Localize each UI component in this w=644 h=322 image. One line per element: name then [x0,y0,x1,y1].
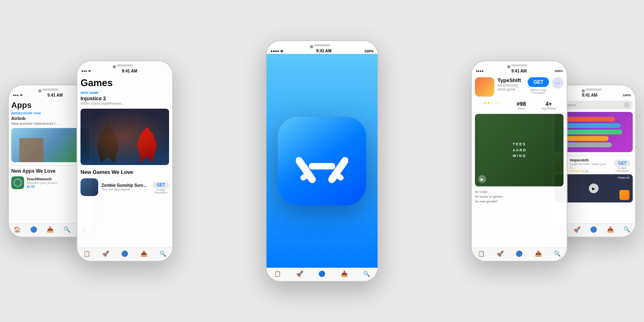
nav-search-c[interactable]: 🔍 [362,270,370,278]
phone-top-2 [77,61,172,68]
nav-games-5[interactable]: 🚀 [573,225,581,233]
camera-dot-4 [507,65,510,68]
phone-2: ●●● ≋ 9:41 AM Games NEW GAME Injustice 2… [76,60,173,262]
nav-today-4[interactable]: 📋 [477,250,485,258]
appstore-icon [278,117,366,205]
time-2: 9:41 AM [122,69,137,73]
game1-name: Zombie Gunship Surv… [101,183,149,188]
status-bar-4: ●●●● 9:41 AM 100% [472,68,567,74]
nav-icon-apps[interactable]: 🔵 [30,225,38,233]
time-5: 9:41 AM [582,93,597,97]
typeshift-header: TypeShift Mesmerizing word game GET Offe… [475,77,564,97]
icon-circle [14,179,22,187]
game-list-items: for crops for house or garden for new gr… [475,190,564,204]
signal-center: ●●●● ≋ [270,49,283,53]
get-btn-zombie[interactable]: GET [153,182,169,188]
screen-4: TypeShift Mesmerizing word game GET Offe… [472,74,567,248]
games-title: Games [80,77,169,89]
touchretouch-icon [11,176,24,189]
camera-dot-1 [38,89,41,93]
svg-rect-0 [296,155,317,184]
new-game-label: NEW GAME [80,91,169,95]
game-info-1: Zombie Gunship Surv… Tour the apocalypse [101,183,149,191]
age-value: 4+ [542,101,556,107]
play-btn-5[interactable]: ▶ [589,184,599,193]
time-center: 9:41 AM [316,49,332,53]
ratings-row: ★★☆☆☆ #98 Word 4+ Age Rating [475,101,564,110]
nav-apps-c[interactable]: 🔵 [318,270,326,278]
svg-rect-2 [309,163,335,169]
speaker-2 [117,64,133,66]
phone-top-4 [472,61,567,68]
nav-search-2[interactable]: 🔍 [159,250,167,258]
phone-center: ●●●● ≋ 9:41 AM 100% [266,40,378,282]
zombie-icon [80,178,98,196]
nav-bar-4: 📋 🚀 🔵 📥 🔍 [472,248,567,261]
nav-updates-4[interactable]: 📥 [534,250,542,258]
nav-updates-2[interactable]: 📥 [140,250,148,258]
nav-bar-center: 📋 🚀 🔵 📥 🔍 [266,268,378,281]
signal-4: ●●●● [476,69,483,73]
status-bar-2: ●●● ≋ 9:41 AM [77,68,172,74]
appstore-logo-svg [296,135,348,187]
nav-apps-5[interactable]: 🔵 [590,225,598,233]
game1-desc: Tour the apocalypse [101,188,149,191]
phones-container: ●●● ≋ 9:41 AM Apps REDISCOVER THIS Airbn… [0,0,644,322]
speaker-1 [42,89,58,91]
nav-search-5[interactable]: 🔍 [623,225,631,233]
speaker-4 [511,64,527,66]
nav-games-c[interactable]: 🚀 [296,270,304,278]
hopscotch-stars: ★★★★★ [570,169,582,173]
camera-dot-2 [113,65,116,68]
get-btn-hopscotch[interactable]: GET [614,160,631,167]
rating-rank: #98 Word [517,101,526,110]
nav-search-4[interactable]: 🔍 [553,250,561,258]
list-item-2: for house or garden [475,194,564,199]
hopscotch-name: Hopscotch [570,158,609,162]
hopscotch-info: Hopscotch Learn to code, make your o… ★★… [570,158,609,173]
nav-apps-4[interactable]: 🔵 [515,250,523,258]
nav-games-4[interactable]: 🚀 [496,250,504,258]
typeshift-app-icon [475,77,494,97]
play-btn-typeshift[interactable]: ▶ [478,175,486,183]
nav-today-c[interactable]: 📋 [274,270,282,278]
rating-stars: ★★☆☆☆ [483,101,501,110]
list-item-3: for new growth? [475,199,564,204]
in-app-label-1: In-AppPurchases [153,188,169,194]
nav-today-2[interactable]: 📋 [83,250,91,258]
more-btn[interactable]: ··· [552,77,564,89]
phone-4: ●●●● 9:41 AM 100% TypeShift Mesmerizing … [471,60,568,262]
word-line-3 [558,130,622,134]
injustice-title: Injustice 2 [80,95,169,101]
clear-btn-5[interactable] [624,102,630,108]
nav-icon-updates[interactable]: 📥 [46,225,54,233]
signal-1: ●●● ≋ [13,93,23,97]
injustice-banner [80,109,169,165]
status-bar-center: ●●●● ≋ 9:41 AM 100% [266,48,378,54]
injustice-sub: When iconic superheroes… [80,101,169,105]
word-row-3: W I N G [513,153,526,159]
word-line-4 [562,136,609,141]
rating-age: 4+ Age Rating [542,101,556,110]
get-btn-typeshift[interactable]: GET [528,77,549,87]
screen-2: Games NEW GAME Injustice 2 When iconic s… [77,74,172,248]
screen-center [266,54,378,268]
phone-top-center [266,41,378,48]
nav-games-2[interactable]: 🚀 [102,250,110,258]
nav-icon-search[interactable]: 🔍 [63,225,71,233]
camera-dot-center [310,45,313,48]
battery-4: 100% [555,69,563,73]
word-row-2: A A R D [513,147,526,153]
nav-icon-today[interactable]: 🏠 [13,225,21,233]
typeshift-sub: Mesmerizing word game [497,83,524,91]
list-item-1: for crops [475,190,564,194]
signal-2: ●●● ≋ [81,69,91,73]
typeshift-info: TypeShift Mesmerizing word game [497,77,524,91]
time-1: 9:41 AM [47,93,63,97]
in-app-hopscotch: In-App Purchases [612,167,633,172]
time-4: 9:41 AM [511,69,526,73]
nav-updates-5[interactable]: 📥 [606,225,614,233]
nav-apps-2[interactable]: 🔵 [121,250,129,258]
nav-updates-c[interactable]: 📥 [340,270,348,278]
game-item-1: Zombie Gunship Surv… Tour the apocalypse… [80,178,169,196]
